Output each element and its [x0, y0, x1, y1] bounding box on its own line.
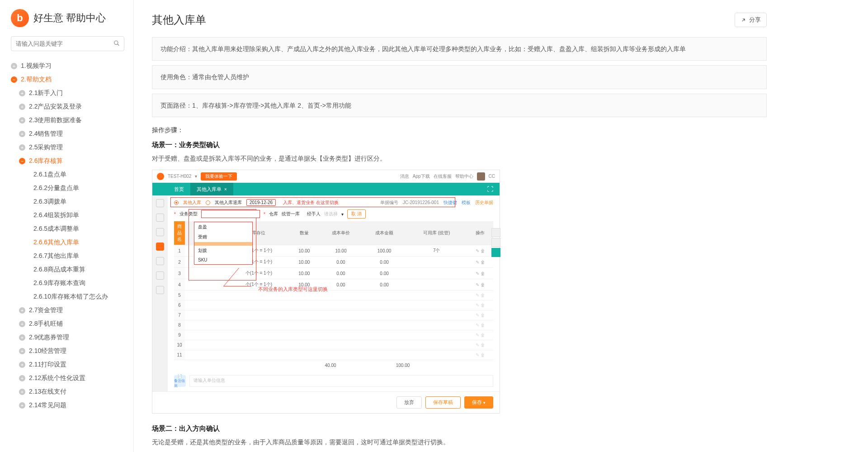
mock-footer: 放弃 保存草稿 保存	[152, 391, 500, 413]
mock-toplink: 消息	[400, 173, 409, 180]
mock-link: 历史单据	[475, 200, 493, 206]
share-button[interactable]: 分享	[735, 13, 767, 27]
nav-video[interactable]: +1.视频学习	[11, 59, 124, 73]
nav-2-6-8[interactable]: 2.6.8商品成本重算	[11, 263, 124, 276]
mock-btn-cancel: 放弃	[396, 396, 422, 409]
mock-link: 模板	[462, 200, 471, 206]
brand-header: b 好生意 帮助中心	[11, 9, 124, 27]
nav-label: 2.6.1盘点单	[33, 171, 66, 179]
annotation-text: 入库、退货业务 在这里切换	[283, 200, 339, 206]
nav-label: 2.11打印设置	[29, 361, 66, 369]
nav-label: 2.6.2分量盘点单	[33, 184, 79, 192]
nav-2-1[interactable]: +2.1新手入门	[11, 86, 124, 100]
nav-2-6-1[interactable]: 2.6.1盘点单	[11, 168, 124, 181]
nav-2-7[interactable]: +2.7资金管理	[11, 304, 124, 317]
mock-docno: JC-20191226-001	[403, 200, 439, 205]
mock-link: 快捷键	[443, 200, 457, 206]
mock-date: 2019-12-26	[246, 199, 276, 206]
nav-docs[interactable]: −2.帮助文档	[11, 73, 124, 86]
mock-dropdown-list: 盘盈 受赠 划拨 SKU	[194, 222, 253, 265]
page-title: 其他入库单	[152, 13, 206, 27]
nav-2-6-6[interactable]: 2.6.6其他入库单	[11, 236, 124, 249]
mock-topbar: TEST-H002 ▾ 我要体验一下 消息 App下载 在线客服 帮助中心 CC	[152, 170, 500, 183]
page-header: 其他入库单 分享	[152, 13, 767, 27]
mock-rail-icon	[156, 228, 164, 236]
mock-remark-icon: 📄备注信息	[174, 375, 186, 387]
nav-2-8[interactable]: +2.8手机旺铺	[11, 317, 124, 331]
nav-2-2[interactable]: +2.2产品安装及登录	[11, 100, 124, 114]
nav-label: 2.6.10库存账本错了怎么办	[33, 293, 108, 301]
nav-label: 2.5采购管理	[29, 143, 63, 152]
expand-icon: +	[19, 362, 25, 368]
screenshot-illustration: TEST-H002 ▾ 我要体验一下 消息 App下载 在线客服 帮助中心 CC…	[152, 170, 500, 414]
nav-2-9[interactable]: +2.9优惠券管理	[11, 331, 124, 344]
nav-2-14[interactable]: +2.14常见问题	[11, 399, 124, 412]
expand-icon: +	[19, 402, 25, 409]
nav-label: 2.6.8商品成本重算	[33, 266, 85, 274]
mock-th: 成本金额	[363, 221, 406, 245]
nav-label: 2.6.3调拨单	[33, 198, 66, 206]
search-icon[interactable]	[113, 40, 120, 48]
nav-2-10[interactable]: +2.10经营管理	[11, 344, 124, 358]
nav-2-3[interactable]: +2.3使用前数据准备	[11, 114, 124, 127]
scene1-title: 场景一：业务类型确认	[152, 141, 767, 149]
nav-label: 2.1新手入门	[29, 89, 63, 97]
nav-label: 2.12系统个性化设置	[29, 374, 85, 382]
mock-toplink: 在线客服	[434, 173, 452, 180]
nav-2-6-10[interactable]: 2.6.10库存账本错了怎么办	[11, 290, 124, 304]
mock-toplink: App下载	[413, 173, 430, 180]
nav-label: 2.13在线支付	[29, 388, 66, 396]
nav-label: 2.14常见问题	[29, 401, 66, 409]
nav-2-12[interactable]: +2.12系统个性化设置	[11, 371, 124, 385]
nav-2-6-3[interactable]: 2.6.3调拨单	[11, 195, 124, 209]
nav-2-6-5[interactable]: 2.6.5成本调整单	[11, 222, 124, 236]
expand-icon: +	[19, 104, 25, 110]
nav-label: 2.6.9库存账本查询	[33, 279, 85, 287]
mock-th: 可用库 (统管)	[406, 221, 467, 245]
mock-dd-item: 盘盈	[194, 222, 252, 232]
mock-logo-icon	[157, 173, 164, 180]
mock-docno-label: 单据编号	[380, 200, 398, 206]
nav-2-4[interactable]: +2.4销售管理	[11, 127, 124, 141]
mock-total-qty: 40.00	[312, 363, 349, 368]
nav-label: 2.10经营管理	[29, 347, 66, 355]
mock-wh-label: 仓库	[269, 211, 278, 217]
expand-icon: +	[19, 334, 25, 341]
sidebar: b 好生意 帮助中心 +1.视频学习 −2.帮助文档 +2.1新手入门 +2.2…	[0, 0, 134, 452]
role-box: 使用角色：通常由仓管人员维护	[152, 65, 767, 89]
nav-2-6[interactable]: −2.6库存核算	[11, 154, 124, 168]
nav-2-13[interactable]: +2.13在线支付	[11, 385, 124, 399]
mock-rail-icon	[156, 214, 164, 222]
mock-handler-val: 请选择	[324, 211, 338, 217]
search-input[interactable]	[11, 36, 124, 51]
mock-th: 商品名	[174, 221, 185, 245]
mock-side-icon	[491, 228, 500, 237]
nav-label: 2.7资金管理	[29, 306, 63, 314]
collapse-icon: −	[19, 158, 25, 164]
collapse-icon: −	[11, 76, 17, 83]
mock-dd-item: 受赠	[194, 232, 252, 242]
nav-label: 2.6.6其他入库单	[33, 238, 79, 247]
nav-2-11[interactable]: +2.11打印设置	[11, 358, 124, 371]
nav-label: 2.6.5成本调整单	[33, 225, 79, 233]
expand-icon: +	[19, 348, 25, 354]
nav-2-6-9[interactable]: 2.6.9库存账本查询	[11, 276, 124, 290]
mock-right-icons	[491, 228, 500, 257]
mock-rail-icon	[156, 257, 164, 265]
nav-label: 2.3使用前数据准备	[29, 116, 82, 124]
nav-2-5[interactable]: +2.5采购管理	[11, 141, 124, 154]
mock-toplink: 帮助中心	[455, 173, 473, 180]
nav-tree: +1.视频学习 −2.帮助文档 +2.1新手入门 +2.2产品安装及登录 +2.…	[11, 59, 124, 412]
nav-2-6-7[interactable]: 2.6.7其他出库单	[11, 249, 124, 263]
mock-tabs: 首页 其他入库单× ⛶	[152, 183, 500, 195]
nav-2-6-4[interactable]: 2.6.4组装拆卸单	[11, 209, 124, 222]
nav-2-6-2[interactable]: 2.6.2分量盘点单	[11, 181, 124, 195]
mock-side-icon	[491, 238, 500, 247]
mock-expand-icon: ⛶	[484, 186, 496, 193]
mock-totals: 40.00 100.00	[174, 360, 493, 371]
mock-rail-icon	[156, 243, 164, 251]
mock-dd-item: 划拨	[194, 246, 252, 256]
mock-radio-icon	[174, 200, 179, 205]
mock-rail-icon	[156, 286, 164, 294]
nav-label: 2.帮助文档	[21, 76, 52, 84]
